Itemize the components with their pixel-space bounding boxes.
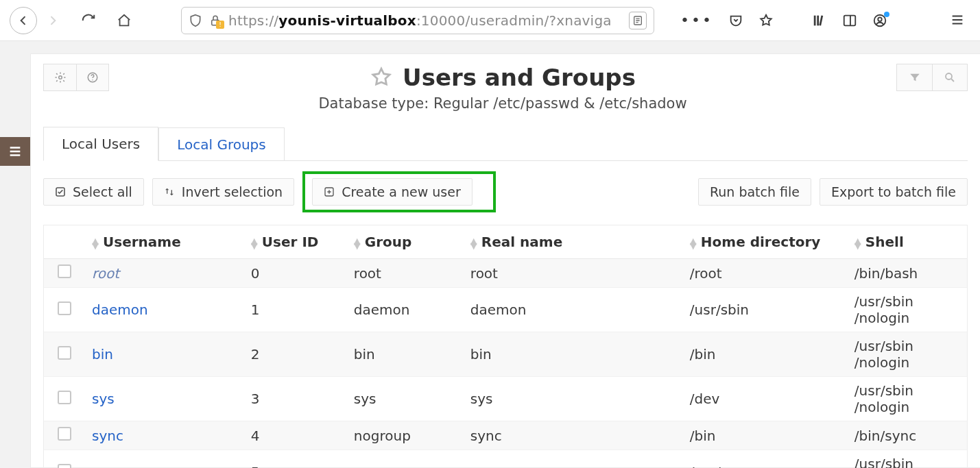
run-batch-button[interactable]: Run batch file bbox=[698, 178, 811, 206]
cell-home: /usr/games bbox=[683, 450, 848, 469]
cell-uid: 1 bbox=[244, 288, 347, 332]
col-realname[interactable]: ▲▼Real name bbox=[464, 225, 683, 259]
cell-group: sys bbox=[347, 377, 464, 421]
cell-shell: /usr/sbin/nologin bbox=[848, 288, 967, 332]
sidebar-icon[interactable] bbox=[842, 13, 857, 28]
row-checkbox[interactable] bbox=[58, 427, 71, 441]
cell-realname: games bbox=[464, 450, 683, 469]
cell-uid: 4 bbox=[244, 421, 347, 450]
cell-group: nogroup bbox=[347, 421, 464, 450]
invert-selection-label: Invert selection bbox=[182, 184, 283, 199]
back-button[interactable] bbox=[10, 7, 37, 34]
create-user-highlight: Create a new user bbox=[302, 171, 496, 212]
col-shell[interactable]: ▲▼Shell bbox=[848, 225, 967, 259]
svg-point-11 bbox=[946, 73, 952, 79]
cell-home: /bin bbox=[683, 421, 848, 450]
table-row: sys3syssys/dev/usr/sbin/nologin bbox=[44, 377, 967, 421]
cell-group: daemon bbox=[347, 288, 464, 332]
svg-rect-4 bbox=[819, 15, 823, 25]
left-drawer-toggle[interactable] bbox=[0, 137, 30, 166]
export-batch-button[interactable]: Export to batch file bbox=[820, 178, 968, 206]
main-panel: Users and Groups Database type: Regular … bbox=[30, 53, 980, 468]
cell-home: /dev bbox=[683, 377, 848, 421]
svg-rect-2 bbox=[814, 15, 816, 25]
reader-mode-icon[interactable] bbox=[629, 12, 647, 29]
cell-shell: /bin/bash bbox=[848, 259, 967, 288]
username-link[interactable]: daemon bbox=[92, 301, 148, 318]
tracking-protection-icon[interactable] bbox=[189, 13, 202, 28]
svg-point-7 bbox=[878, 17, 882, 21]
users-table: ▲▼Username ▲▼User ID ▲▼Group ▲▼Real name… bbox=[44, 225, 967, 468]
svg-rect-3 bbox=[817, 15, 819, 25]
cell-group: games bbox=[347, 450, 464, 469]
row-checkbox[interactable] bbox=[58, 464, 71, 469]
page-subtitle: Database type: Regular /etc/passwd & /et… bbox=[117, 95, 888, 112]
invert-selection-button[interactable]: Invert selection bbox=[152, 178, 294, 206]
app-menu-icon[interactable] bbox=[947, 10, 968, 30]
tab-local-users[interactable]: Local Users bbox=[43, 127, 158, 161]
cell-shell: /usr/sbin/nologin bbox=[848, 377, 967, 421]
url-text: https://younis-virtualbox:10000/useradmi… bbox=[228, 12, 622, 29]
cell-uid: 0 bbox=[244, 259, 347, 288]
cell-shell: /bin/sync bbox=[848, 421, 967, 450]
select-all-label: Select all bbox=[73, 184, 132, 199]
account-icon[interactable] bbox=[872, 13, 887, 28]
cell-realname: sys bbox=[464, 377, 683, 421]
username-link[interactable]: sync bbox=[92, 428, 123, 444]
cell-uid: 5 bbox=[244, 450, 347, 469]
col-group[interactable]: ▲▼Group bbox=[347, 225, 464, 259]
username-link[interactable]: games bbox=[92, 464, 138, 468]
plus-box-icon bbox=[324, 186, 335, 197]
row-checkbox[interactable] bbox=[58, 391, 71, 404]
row-checkbox[interactable] bbox=[58, 301, 71, 315]
favorite-star-icon[interactable] bbox=[370, 66, 393, 89]
cell-uid: 2 bbox=[244, 332, 347, 377]
table-row: games5gamesgames/usr/games/usr/sbin/nolo… bbox=[44, 450, 967, 469]
swap-icon bbox=[164, 186, 175, 197]
cell-group: root bbox=[347, 259, 464, 288]
search-button[interactable] bbox=[932, 64, 968, 91]
tab-local-groups[interactable]: Local Groups bbox=[158, 127, 285, 161]
table-row: daemon1daemondaemon/usr/sbin/usr/sbin/no… bbox=[44, 288, 967, 332]
filter-button[interactable] bbox=[896, 64, 932, 91]
bookmark-star-icon[interactable] bbox=[758, 13, 774, 28]
cell-realname: daemon bbox=[464, 288, 683, 332]
row-checkbox[interactable] bbox=[58, 264, 71, 278]
cell-home: /usr/sbin bbox=[683, 288, 848, 332]
row-checkbox[interactable] bbox=[58, 346, 71, 360]
browser-toolbar: ! https://younis-virtualbox:10000/userad… bbox=[0, 0, 980, 41]
check-square-icon bbox=[55, 186, 66, 197]
cell-shell: /usr/sbin/nologin bbox=[848, 332, 967, 377]
run-batch-label: Run batch file bbox=[710, 184, 800, 199]
help-button[interactable] bbox=[76, 64, 109, 91]
cell-shell: /usr/sbin/nologin bbox=[848, 450, 967, 469]
username-link[interactable]: root bbox=[92, 265, 119, 282]
page-actions-icon[interactable]: ••• bbox=[680, 12, 713, 29]
cell-realname: root bbox=[464, 259, 683, 288]
svg-point-10 bbox=[92, 79, 93, 81]
cell-home: /bin bbox=[683, 332, 848, 377]
library-icon[interactable] bbox=[812, 13, 827, 28]
col-homedir[interactable]: ▲▼Home directory bbox=[683, 225, 848, 259]
table-row: root0rootroot/root/bin/bash bbox=[44, 259, 967, 288]
address-bar[interactable]: ! https://younis-virtualbox:10000/userad… bbox=[181, 7, 654, 34]
select-all-button[interactable]: Select all bbox=[43, 178, 144, 206]
module-config-button[interactable] bbox=[43, 64, 76, 91]
pocket-icon[interactable] bbox=[728, 13, 743, 28]
username-link[interactable]: sys bbox=[92, 391, 115, 407]
lock-warning-icon[interactable]: ! bbox=[209, 14, 222, 27]
cell-group: bin bbox=[347, 332, 464, 377]
username-link[interactable]: bin bbox=[92, 346, 113, 362]
cell-realname: bin bbox=[464, 332, 683, 377]
home-button[interactable] bbox=[114, 10, 134, 31]
forward-button[interactable] bbox=[43, 10, 63, 31]
cell-home: /root bbox=[683, 259, 848, 288]
col-username[interactable]: ▲▼Username bbox=[85, 225, 244, 259]
create-user-label: Create a new user bbox=[342, 184, 461, 199]
table-row: bin2binbin/bin/usr/sbin/nologin bbox=[44, 332, 967, 377]
col-userid[interactable]: ▲▼User ID bbox=[244, 225, 347, 259]
reload-button[interactable] bbox=[78, 10, 99, 31]
svg-point-8 bbox=[58, 76, 62, 79]
create-user-button[interactable]: Create a new user bbox=[312, 178, 473, 206]
cell-uid: 3 bbox=[244, 377, 347, 421]
